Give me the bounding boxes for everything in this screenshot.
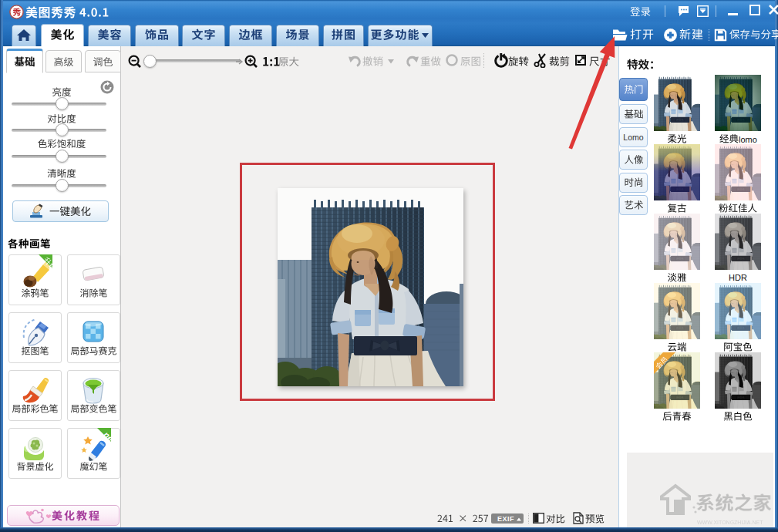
svg-text:new: new bbox=[102, 429, 120, 449]
svg-text:lomo: lomo bbox=[739, 135, 757, 144]
svg-text:EXIF: EXIF bbox=[497, 515, 514, 523]
svg-text:Lomo: Lomo bbox=[623, 133, 643, 142]
svg-text:WWW.XITONGZHIJIA.NET: WWW.XITONGZHIJIA.NET bbox=[697, 520, 763, 525]
svg-text:HDR: HDR bbox=[729, 273, 747, 282]
